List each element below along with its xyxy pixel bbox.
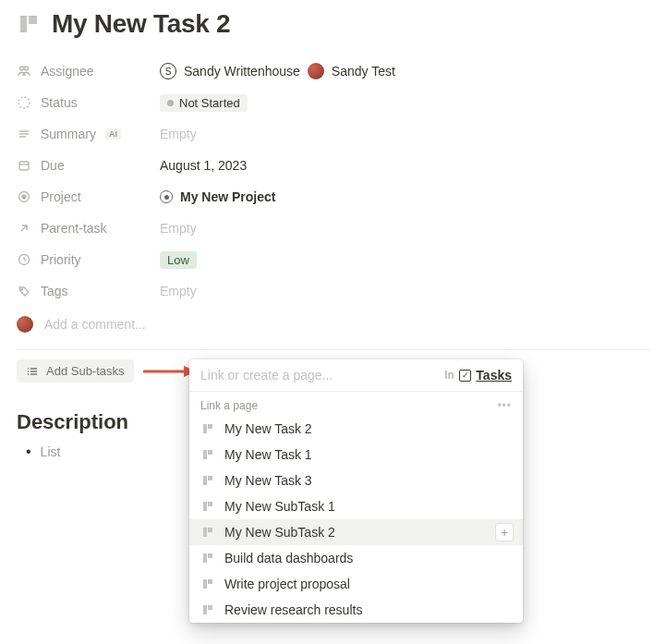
page-title[interactable]: My New Task 2 bbox=[52, 9, 230, 39]
svg-line-12 bbox=[21, 225, 27, 231]
due-label: Due bbox=[41, 158, 65, 173]
assignee-name-2: Sandy Test bbox=[332, 64, 395, 79]
svg-rect-30 bbox=[208, 502, 212, 506]
prop-priority[interactable]: Priority Low bbox=[17, 244, 649, 275]
svg-point-2 bbox=[20, 67, 24, 70]
dropdown-item-label: My New Task 2 bbox=[224, 421, 312, 436]
target-icon bbox=[17, 189, 31, 204]
svg-rect-36 bbox=[208, 579, 212, 584]
dropdown-item-label: Build data dashboards bbox=[224, 551, 353, 565]
ai-badge: AI bbox=[105, 128, 121, 140]
status-icon bbox=[17, 95, 31, 110]
in-label: In bbox=[444, 369, 454, 382]
svg-rect-38 bbox=[208, 605, 212, 610]
dropdown-item-label: My New SubTask 1 bbox=[224, 499, 335, 514]
prop-summary[interactable]: Summary AI Empty bbox=[17, 118, 649, 150]
avatar-initial: S bbox=[160, 63, 176, 79]
more-icon[interactable]: ••• bbox=[497, 399, 512, 412]
summary-value: Empty bbox=[160, 127, 197, 141]
parent-label: Parent-task bbox=[41, 221, 107, 236]
prop-parent[interactable]: Parent-task Empty bbox=[17, 213, 649, 244]
add-subtasks-button[interactable]: Add Sub-tasks bbox=[17, 359, 134, 383]
tags-label: Tags bbox=[41, 284, 68, 298]
dropdown-item[interactable]: Review research results bbox=[189, 597, 523, 623]
arrow-annotation bbox=[141, 362, 197, 381]
svg-point-14 bbox=[21, 289, 23, 291]
page-icon bbox=[200, 447, 215, 462]
svg-rect-23 bbox=[203, 424, 207, 433]
page-icon bbox=[200, 525, 215, 540]
link-page-dropdown: Link or create a page... In ✓ Tasks Link… bbox=[189, 359, 523, 623]
assignee-label: Assignee bbox=[41, 64, 94, 79]
svg-rect-35 bbox=[203, 579, 207, 589]
dropdown-item[interactable]: My New SubTask 1 bbox=[189, 493, 523, 519]
page-icon bbox=[200, 473, 215, 488]
user-avatar bbox=[17, 316, 33, 333]
dropdown-item[interactable]: Write project proposal bbox=[189, 571, 523, 597]
status-badge: Not Started bbox=[160, 94, 248, 112]
dropdown-item[interactable]: My New SubTask 2 bbox=[189, 519, 523, 545]
calendar-icon bbox=[17, 158, 31, 173]
status-label: Status bbox=[41, 95, 78, 110]
dropdown-item[interactable]: My New Task 3 bbox=[189, 468, 523, 493]
svg-rect-24 bbox=[208, 424, 212, 429]
page-icon bbox=[200, 602, 215, 617]
comment-placeholder: Add a comment... bbox=[44, 317, 146, 332]
dropdown-item-label: Write project proposal bbox=[224, 577, 350, 591]
page-icon bbox=[200, 577, 215, 591]
dropdown-item[interactable]: My New Task 1 bbox=[189, 442, 523, 468]
svg-rect-8 bbox=[19, 162, 29, 170]
priority-icon bbox=[17, 252, 31, 267]
checkbox-icon: ✓ bbox=[459, 370, 471, 382]
in-target[interactable]: Tasks bbox=[476, 368, 512, 383]
tags-value: Empty bbox=[160, 284, 197, 298]
svg-point-3 bbox=[25, 67, 29, 70]
dropdown-item[interactable]: Build data dashboards bbox=[189, 545, 523, 571]
prop-status[interactable]: Status Not Started bbox=[17, 87, 649, 118]
arrow-up-right-icon bbox=[17, 221, 31, 236]
svg-rect-37 bbox=[203, 605, 207, 614]
dropdown-item-label: My New Task 1 bbox=[224, 447, 312, 462]
text-icon bbox=[17, 127, 31, 141]
project-value: My New Project bbox=[180, 189, 275, 204]
add-button[interactable] bbox=[495, 523, 514, 541]
page-icon bbox=[200, 499, 215, 514]
avatar bbox=[308, 63, 324, 79]
svg-rect-28 bbox=[208, 476, 212, 480]
link-search-input[interactable]: Link or create a page... bbox=[200, 368, 444, 383]
assignee-name-1: Sandy Writtenhouse bbox=[184, 64, 300, 79]
comment-row[interactable]: Add a comment... bbox=[17, 309, 649, 340]
prop-project[interactable]: Project My New Project bbox=[17, 181, 649, 213]
project-label: Project bbox=[41, 189, 81, 204]
people-icon bbox=[17, 64, 31, 79]
svg-rect-33 bbox=[203, 553, 207, 563]
link-section-label: Link a page bbox=[200, 399, 258, 412]
svg-point-4 bbox=[18, 97, 30, 108]
svg-rect-27 bbox=[203, 476, 207, 485]
dropdown-item[interactable]: My New Task 2 bbox=[189, 416, 523, 442]
prop-tags[interactable]: Tags Empty bbox=[17, 275, 649, 307]
svg-rect-26 bbox=[208, 450, 212, 455]
prop-assignee[interactable]: Assignee S Sandy Writtenhouse Sandy Test bbox=[17, 55, 649, 87]
page-icon bbox=[17, 12, 41, 36]
dropdown-item-label: My New SubTask 2 bbox=[224, 525, 335, 540]
svg-point-11 bbox=[22, 195, 26, 199]
svg-rect-31 bbox=[203, 528, 207, 537]
page-icon bbox=[200, 421, 215, 436]
due-value: August 1, 2023 bbox=[160, 158, 247, 173]
tag-icon bbox=[17, 284, 31, 298]
prop-due[interactable]: Due August 1, 2023 bbox=[17, 150, 649, 181]
svg-rect-25 bbox=[203, 450, 207, 459]
svg-rect-29 bbox=[203, 502, 207, 511]
page-icon bbox=[200, 551, 215, 565]
summary-label: Summary bbox=[41, 127, 96, 141]
parent-value: Empty bbox=[160, 221, 197, 236]
priority-label: Priority bbox=[41, 252, 81, 267]
svg-rect-0 bbox=[20, 16, 27, 32]
project-ring-icon bbox=[160, 190, 173, 203]
svg-rect-32 bbox=[208, 528, 212, 532]
svg-rect-1 bbox=[29, 16, 37, 24]
dropdown-item-label: Review research results bbox=[224, 602, 362, 617]
priority-badge: Low bbox=[160, 251, 197, 269]
svg-rect-34 bbox=[208, 553, 212, 558]
